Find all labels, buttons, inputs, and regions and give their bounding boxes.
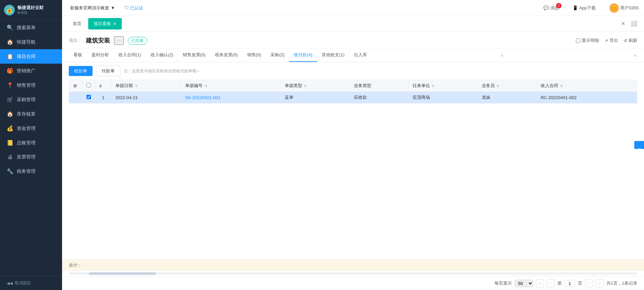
dropdown-arrow-icon: ▼ <box>111 5 115 10</box>
prev-page-btn[interactable]: ‹ <box>547 279 555 287</box>
th-partner[interactable]: 往来单位 ⇅ <box>408 80 477 92</box>
cell-contract-0: RC-20220401-002 <box>536 92 637 103</box>
th-salesperson[interactable]: 业务员 ⇅ <box>477 80 536 92</box>
sidebar-item-search[interactable]: 🔍搜索菜单 <box>0 20 62 35</box>
receipt-tab-btn[interactable]: 收款单 <box>69 66 93 76</box>
th-date[interactable]: 单据日期 ⇅ <box>111 80 181 92</box>
topbar-right: 💬 消息 1 📱 App下载 😊 用户3355 <box>543 3 639 13</box>
next-page-btn[interactable]: › <box>585 279 593 287</box>
messages-badge: 1 <box>556 3 561 8</box>
subtab-revenue-contract[interactable]: 收入合同(1) <box>114 49 146 62</box>
subtab-sales-invoice[interactable]: 销售发票(0) <box>178 49 210 62</box>
subtab-payment[interactable]: 收付款(4) <box>289 49 317 62</box>
th-type[interactable]: 单据类型 ⇅ <box>280 80 350 92</box>
subtab-next-btn[interactable]: › <box>633 50 637 60</box>
sidebar: 💰 畅捷通好业财 标准版 🔍搜索菜单🏠快捷导航📋项目合同🎁营销推广📍销售管理🛒采… <box>0 0 62 290</box>
sidebar-item-sales-mgmt[interactable]: 📍销售管理 <box>0 78 62 92</box>
total-pages-label: 共1页，1条记录 <box>606 280 637 286</box>
marketing-icon: 🎁 <box>7 68 13 74</box>
sidebar-item-invoice-mgmt[interactable]: 🖨发票管理 <box>0 150 62 164</box>
subtab-revenue-confirm[interactable]: 收入确认(2) <box>146 49 178 62</box>
project-header-actions: 显示明细 ↗ 导出 ↺ 刷新 <box>576 38 637 44</box>
app-download-label: App下载 <box>579 5 596 11</box>
subtab-bar: 看板盈利分析收入合同(1)收入确认(2)销售发票(0)税务发票(0)销售(0)采… <box>62 49 644 62</box>
sidebar-item-label-ledger-mgmt: 总账管理 <box>17 140 36 146</box>
select-all-checkbox[interactable] <box>87 83 91 87</box>
th-contract[interactable]: 收入合同 ⇅ <box>536 80 637 92</box>
user-profile-btn[interactable]: 😊 用户3355 <box>609 3 639 13</box>
tab-close-icon[interactable]: ✕ <box>113 21 116 26</box>
topbar-divider1 <box>566 5 566 11</box>
unpin-label: 取消固定 <box>15 280 31 286</box>
message-icon: 💬 <box>543 5 549 10</box>
quick-nav-icon: 🏠 <box>7 39 13 45</box>
sidebar-item-ledger-mgmt[interactable]: 📒总账管理 <box>0 136 62 150</box>
payment-tab-btn[interactable]: 付款单 <box>96 66 120 76</box>
close-window-btn[interactable]: ✕ <box>620 19 627 28</box>
row-checkbox-0[interactable] <box>87 95 91 99</box>
cell-num-0: 1 <box>95 92 111 103</box>
th-number[interactable]: 单据编号 ⇅ <box>181 80 280 92</box>
content-note: 注：这里是与项目关联的全部收付款单哦～ <box>124 68 200 74</box>
sort-type-icon: ⇅ <box>304 84 307 88</box>
sidebar-item-purchase-mgmt[interactable]: 🛒采购管理 <box>0 92 62 107</box>
tab-project-board[interactable]: 项目看板 ✕ <box>88 18 122 29</box>
project-more-btn[interactable]: ··· <box>114 36 124 45</box>
tab-home[interactable]: 首页 <box>67 18 87 29</box>
sidebar-item-project-contract[interactable]: 📋项目合同 <box>0 49 62 64</box>
subtab-sales[interactable]: 销售(0) <box>243 49 266 62</box>
subtab-warehouse[interactable]: 出入库 <box>349 49 372 62</box>
th-settings[interactable]: ⚙ <box>69 80 83 92</box>
subtab-tax-invoice[interactable]: 税务发票(0) <box>210 49 243 62</box>
cell-number-0[interactable]: SK-20220421-001 <box>181 92 280 103</box>
tab-bar: 首页 项目看板 ✕ ✕ ⬜ <box>62 16 644 31</box>
messages-btn[interactable]: 💬 消息 1 <box>543 5 559 11</box>
tab-project-board-label: 项目看板 <box>94 21 111 27</box>
subtab-profit[interactable]: 盈利分析 <box>87 49 114 62</box>
sidebar-item-label-invoice-mgmt: 发票管理 <box>17 154 36 160</box>
pagination: 每页显示 50 100 200 « ‹ 第 页 › » 共1页，1条记录 <box>62 276 644 290</box>
scrollbar-thumb[interactable] <box>89 272 156 275</box>
cell-type-0: 蓝单 <box>280 92 350 103</box>
sidebar-item-marketing[interactable]: 🎁营销推广 <box>0 64 62 78</box>
sort-contract-icon: ⇅ <box>560 84 563 88</box>
sidebar-item-tax-mgmt[interactable]: 🔧税务管理 <box>0 164 62 178</box>
search-icon: 🔍 <box>7 24 13 31</box>
show-detail-label: 显示明细 <box>582 38 599 44</box>
subtab-other-income[interactable]: 其他收支(1) <box>317 49 349 62</box>
refresh-btn[interactable]: ↺ 刷新 <box>624 38 637 44</box>
page-prefix-label: 第 <box>557 280 562 286</box>
total-row: 合计： <box>62 259 644 271</box>
sidebar-item-inventory[interactable]: 🏠库存核算 <box>0 107 62 121</box>
project-selector[interactable]: 新服务官网演示账套 ▼ <box>67 4 118 12</box>
app-download-btn[interactable]: 📱 App下载 <box>573 5 596 11</box>
data-table: ⚙ # 单据日期 ⇅ 单据编号 ⇅ <box>69 80 637 103</box>
show-detail-input[interactable] <box>576 39 580 43</box>
user-avatar: 😊 <box>609 3 619 13</box>
sidebar-item-label-tax-mgmt: 税务管理 <box>17 168 36 174</box>
refresh-icon: ↺ <box>624 38 627 43</box>
doc-number-link-0[interactable]: SK-20220421-001 <box>185 95 221 100</box>
cell-checkbox-0[interactable] <box>83 92 95 103</box>
export-btn[interactable]: ↗ 导出 <box>604 38 618 44</box>
sidebar-item-quick-nav[interactable]: 🏠快捷导航 <box>0 35 62 49</box>
page-number-input[interactable] <box>565 280 575 287</box>
app-title: 畅捷通好业财 <box>17 5 44 11</box>
sidebar-header: 💰 畅捷通好业财 标准版 <box>0 0 62 20</box>
show-detail-checkbox[interactable]: 显示明细 <box>576 38 599 44</box>
sidebar-item-fund-mgmt[interactable]: 💰资金管理 <box>0 121 62 136</box>
app-logo-icon: 💰 <box>4 5 15 15</box>
maximize-btn[interactable]: ⬜ <box>629 19 639 28</box>
tabbar-actions: ✕ ⬜ <box>620 19 639 28</box>
first-page-btn[interactable]: « <box>536 279 544 287</box>
subtab-purchase[interactable]: 采购(2) <box>266 49 289 62</box>
feedback-btn[interactable]: 反馈 <box>634 141 644 149</box>
subtab-prev-btn[interactable]: ‹ <box>500 50 504 60</box>
last-page-btn[interactable]: » <box>596 279 604 287</box>
per-page-select[interactable]: 50 100 200 <box>515 280 533 287</box>
content-controls: 收款单 付款单 注：这里是与项目关联的全部收付款单哦～ <box>62 62 644 80</box>
subtab-kanban[interactable]: 看板 <box>69 49 87 62</box>
table-header-row: ⚙ # 单据日期 ⇅ 单据编号 ⇅ <box>69 80 637 92</box>
table-row[interactable]: 1 2022-04-21 SK-20220421-001 蓝单 应收款 宏茂商场… <box>69 92 637 103</box>
sidebar-unpin-btn[interactable]: ◀◀ 取消固定 <box>0 276 62 290</box>
